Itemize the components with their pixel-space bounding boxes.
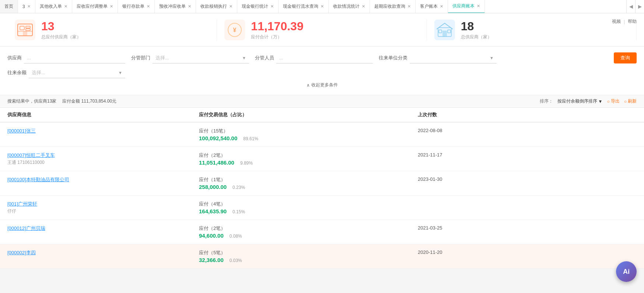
- refresh-button[interactable]: ○ 刷新: [624, 98, 637, 104]
- last-pay-date: 2023-01-30: [418, 176, 442, 182]
- summary-content-total: 18 总供应商（家）: [461, 19, 492, 40]
- sort-label: 排序：: [540, 98, 553, 104]
- close-icon[interactable]: ✕: [362, 4, 365, 9]
- payable-pct: 0.08%: [230, 234, 242, 239]
- payable-pct: 89.61%: [243, 136, 258, 141]
- last-pay-date: 2020-11-20: [418, 249, 442, 255]
- close-icon[interactable]: ✕: [147, 4, 150, 9]
- nav-tab-collect-stat[interactable]: 收款情况统计 ✕: [329, 0, 370, 13]
- table-row: [000012]广州贝瑞 应付（2笔） 94,600.00 0.08% 2021…: [0, 220, 644, 244]
- nav-tab-bank-deposit[interactable]: 银行存款单 ✕: [118, 0, 155, 13]
- summary-card-total-suppliers: 18 总供应商（家）: [427, 19, 637, 40]
- payable-label: 应付（2笔）: [199, 225, 418, 232]
- payable-label: 应付（4笔）: [199, 201, 418, 207]
- nav-tab-ar-adjust[interactable]: 应收应付调整单 ✕: [72, 0, 118, 13]
- close-icon[interactable]: ✕: [440, 4, 443, 9]
- nav-tab-supplier-account[interactable]: 供应商账本 ✕: [448, 0, 485, 13]
- nav-tab-overdue-query[interactable]: 超期应收款查询 ✕: [370, 0, 416, 13]
- video-link[interactable]: 视频: [612, 18, 621, 25]
- table-row: [000100]本特勤油品有限公司 应付（1笔） 258,000.00 0.23…: [0, 171, 644, 196]
- last-pay-date: 2021-11-17: [418, 152, 442, 158]
- payable-label: 应付（2笔）: [199, 152, 418, 159]
- nav-tab-cash-bank-flow[interactable]: 现金银行流水查询 ✕: [279, 0, 329, 13]
- nav-tab-cash-bank-stat[interactable]: 现金银行统计 ✕: [237, 0, 279, 13]
- payable-info-cell: 应付（2笔） 11,051,486.00 9.89%: [199, 152, 418, 166]
- refresh-icon: ○: [624, 99, 627, 104]
- payable-amount: 32,366.00: [199, 257, 224, 263]
- balance-filter-select[interactable]: 选择... ▼: [29, 67, 125, 78]
- balance-select-text: 选择...: [32, 69, 45, 76]
- supplier-info-cell: [000001]张三: [7, 128, 199, 134]
- payable-info-cell: 应付（1笔） 258,000.00 0.23%: [199, 176, 418, 190]
- result-text-amount: 应付金额 111,703,854.00元: [62, 98, 116, 104]
- summary-card-payable: ¥ 11,170.39 应付合计（万）: [217, 19, 427, 40]
- person-filter-label: 分管人员: [255, 55, 274, 61]
- result-text-suppliers: 搜索结果中，供应商13家: [7, 98, 56, 104]
- close-icon[interactable]: ✕: [407, 4, 411, 9]
- total-payable-amount-label: 应付合计（万）: [251, 34, 303, 40]
- supplier-link[interactable]: [000100]本特勤油品有限公司: [7, 177, 69, 182]
- dept-filter-select[interactable]: 选择... ▼: [153, 52, 249, 63]
- help-link[interactable]: 帮助: [628, 18, 637, 25]
- payable-pct: 0.23%: [232, 185, 245, 190]
- supplier-filter-input[interactable]: [24, 52, 125, 63]
- table-header: 供应商信息 应付交易信息（占比） 上次付数: [0, 108, 644, 123]
- chevron-down-icon: ▼: [242, 56, 246, 60]
- col-payable-info: 应付交易信息（占比）: [199, 111, 418, 118]
- nav-tab-other-income[interactable]: 其他收入单 ✕: [35, 0, 72, 13]
- nav-next-arrow[interactable]: ▶: [635, 0, 644, 13]
- payable-amount: 100,092,540.00: [199, 135, 237, 141]
- nav-tab-3[interactable]: 3 ✕: [18, 0, 35, 13]
- total-suppliers-label: 总供应商（家）: [461, 34, 492, 40]
- payable-label: 应付（5笔）: [199, 249, 418, 256]
- total-suppliers-number: 18: [461, 19, 492, 33]
- supplier-info-cell: [000012]广州贝瑞: [7, 225, 199, 232]
- dept-select-text: 选择...: [155, 55, 169, 61]
- supplier-info-cell: [000100]本特勤油品有限公司: [7, 176, 199, 183]
- close-icon[interactable]: ✕: [110, 4, 113, 9]
- table-row: [000007]恒旺二手叉车 王通 17106110000 应付（2笔） 11,…: [0, 147, 644, 171]
- nav-tab-customer-account[interactable]: 客户账本 ✕: [416, 0, 448, 13]
- chevron-down-icon: ▼: [118, 70, 122, 75]
- top-navigation: 首页 3 ✕ 其他收入单 ✕ 应收应付调整单 ✕ 银行存款单 ✕ 预收冲应收单 …: [0, 0, 644, 13]
- col-last-pay: 上次付数: [418, 111, 637, 118]
- nav-tab-advance-collect[interactable]: 预收冲应收单 ✕: [155, 0, 196, 13]
- payable-amount: 94,600.00: [199, 232, 224, 239]
- supplier-link[interactable]: [000012]广州贝瑞: [7, 225, 45, 231]
- filter-row-2: 往来余额 选择... ▼: [7, 67, 637, 78]
- payable-label: 应付（1笔）: [199, 176, 418, 183]
- close-icon[interactable]: ✕: [64, 4, 67, 9]
- person-filter-input[interactable]: [276, 52, 373, 63]
- close-icon[interactable]: ✕: [477, 4, 480, 8]
- payable-info-cell: 应付（4笔） 164,635.90 0.15%: [199, 201, 418, 214]
- nav-tab-home[interactable]: 首页: [0, 0, 18, 13]
- supplier-link[interactable]: [000001]张三: [7, 128, 36, 134]
- category-filter-select[interactable]: ▼: [410, 52, 497, 63]
- nav-prev-arrow[interactable]: ◀: [626, 0, 635, 13]
- filter-person: 分管人员: [255, 52, 373, 63]
- col-supplier-info: 供应商信息: [7, 111, 199, 118]
- nav-tab-collect-exec[interactable]: 收款核销执行 ✕: [196, 0, 237, 13]
- supplier-filter-label: 供应商: [7, 55, 22, 61]
- supplier-sub-info: 仔仔: [7, 208, 199, 214]
- summary-header: 13 总应付供应商（家） ¥ 11,170.39 应付合计（万）: [0, 13, 644, 46]
- svg-rect-10: [434, 20, 455, 40]
- close-icon[interactable]: ✕: [27, 4, 31, 9]
- balance-filter-label: 往来余额: [7, 69, 27, 76]
- close-icon[interactable]: ✕: [188, 4, 191, 9]
- export-button[interactable]: ○ 导出: [607, 98, 620, 104]
- close-icon[interactable]: ✕: [270, 4, 274, 9]
- table-row: [000002]李四 应付（5笔） 32,366.00 0.03% 2020-1…: [0, 244, 644, 269]
- last-pay-cell: 2022-08-08: [418, 128, 637, 133]
- query-button[interactable]: 查询: [614, 52, 637, 63]
- supplier-link[interactable]: [000002]李四: [7, 250, 36, 255]
- store-icon: [434, 20, 455, 40]
- top-right-links: 视频 | 帮助: [612, 18, 637, 25]
- collapse-button[interactable]: ∧ 收起更多条件: [307, 82, 338, 88]
- supplier-link[interactable]: [001]广州荣轩: [7, 201, 37, 207]
- payable-info-cell: 应付（15笔） 100,092,540.00 89.61%: [199, 128, 418, 141]
- supplier-link[interactable]: [000007]恒旺二手叉车: [7, 152, 55, 158]
- close-icon[interactable]: ✕: [229, 4, 232, 9]
- close-icon[interactable]: ✕: [321, 4, 324, 9]
- sort-select[interactable]: 按应付余额倒序排序 ▼: [557, 98, 603, 104]
